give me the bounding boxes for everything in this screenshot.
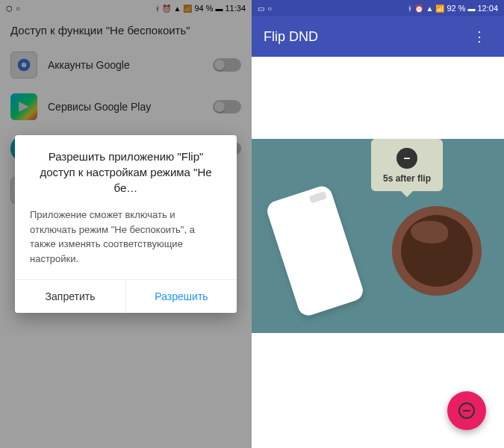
status-bar: ▭ ○ ᚼ ⏰ ▲ 📶 92 % ▬ 12:04 (252, 0, 504, 16)
battery-percent: 92 % (447, 4, 465, 13)
wifi-icon: ▲ (426, 4, 433, 13)
circle-icon: ○ (267, 4, 272, 13)
status-time: 12:04 (477, 4, 498, 13)
alarm-icon: ⏰ (414, 4, 423, 13)
overflow-menu-icon[interactable]: ⋮ (467, 22, 492, 51)
illustration: – 5s after flip (252, 139, 504, 333)
screen-flip-app: ▭ ○ ᚼ ⏰ ▲ 📶 92 % ▬ 12:04 Flip DND ⋮ – 5s… (252, 0, 504, 448)
fab-dnd-button[interactable] (447, 391, 486, 430)
coffee-illustration (392, 206, 482, 296)
dnd-toggle-icon (458, 402, 475, 419)
battery-icon: ▬ (467, 4, 475, 13)
app-bar-title: Flip DND (264, 29, 318, 45)
app-bar: Flip DND ⋮ (252, 16, 504, 57)
allow-button[interactable]: Разрешить (126, 280, 237, 313)
dnd-icon: – (396, 148, 417, 169)
screen-settings: ⬡ ○ ᚼ ⏰ ▲ 📶 94 % ▬ 11:34 Доступ к функци… (0, 0, 252, 448)
dialog-title: Разрешить приложению "Flip" доступ к нас… (15, 135, 237, 202)
phone-illustration (264, 184, 365, 318)
tooltip-text: 5s after flip (383, 173, 431, 184)
dialog-body: Приложение сможет включать и отключать р… (15, 202, 237, 279)
app-icon: ▭ (258, 4, 264, 13)
permission-dialog: Разрешить приложению "Flip" доступ к нас… (15, 135, 237, 313)
deny-button[interactable]: Запретить (15, 280, 126, 313)
signal-icon: 📶 (435, 4, 444, 13)
dialog-actions: Запретить Разрешить (15, 279, 237, 313)
phone-camera-icon (309, 191, 327, 203)
bluetooth-icon: ᚼ (408, 4, 412, 13)
modal-overlay: Разрешить приложению "Flip" доступ к нас… (0, 0, 252, 448)
tooltip: – 5s after flip (371, 139, 443, 191)
